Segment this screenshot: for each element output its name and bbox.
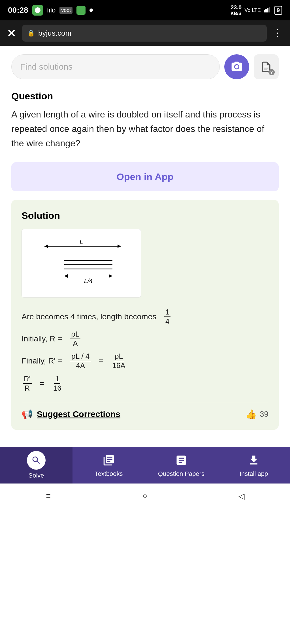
app-icon-green — [76, 6, 86, 15]
question-section: Question A given length of a wire is dou… — [11, 91, 279, 151]
install-icon — [248, 454, 260, 467]
lock-icon: 🔒 — [27, 29, 35, 37]
wire-diagram-svg: L L/4 — [33, 238, 129, 289]
system-back-button[interactable]: ◁ — [233, 487, 250, 504]
wire-diagram: L L/4 — [22, 229, 141, 298]
help-button[interactable]: ? — [254, 54, 279, 79]
camera-icon — [231, 61, 243, 73]
network-speed: 23.0 KB/S — [231, 4, 242, 16]
url-text: byjus.com — [38, 29, 71, 38]
svg-text:L: L — [80, 238, 83, 245]
battery-icon: 9 — [274, 6, 282, 15]
nav-label-install-app: Install app — [240, 470, 268, 478]
system-menu-button[interactable]: ≡ — [40, 487, 57, 504]
fraction-rho-l-16a: ρL 16A — [111, 352, 126, 370]
svg-marker-7 — [118, 245, 121, 248]
svg-rect-2 — [265, 9, 267, 12]
camera-search-button[interactable] — [224, 54, 249, 79]
question-label: Question — [11, 91, 279, 102]
address-bar[interactable]: 🔒 byjus.com — [22, 25, 267, 42]
fraction-1-16: 1 16 — [52, 375, 63, 393]
solution-line-final-r: Finally, R' = ρL / 4 4A = ρL 16A — [22, 352, 268, 370]
status-bar: 00:28 filo voot 23.0 KB/S Vo LTE 9 — [0, 0, 290, 20]
svg-marker-13 — [64, 274, 68, 278]
nav-label-solve: Solve — [28, 472, 44, 479]
system-navigation: ≡ ○ ◁ — [0, 483, 290, 508]
status-time: 00:28 — [8, 6, 28, 15]
suggest-left: 📢 Suggest Corrections — [22, 409, 120, 420]
textbook-icon — [103, 454, 115, 467]
nav-item-install-app[interactable]: Install app — [218, 447, 290, 483]
solution-box: Solution L L/4 — [11, 200, 279, 430]
svg-rect-1 — [264, 10, 265, 12]
fraction-rho-l4-4a: ρL / 4 4A — [70, 352, 91, 370]
open-in-app-button[interactable]: Open in App — [11, 162, 279, 191]
app-name: filo — [47, 6, 56, 14]
svg-rect-4 — [269, 7, 270, 12]
question-papers-icon-wrap — [174, 453, 189, 468]
search-container: Find solutions ? — [11, 54, 279, 79]
svg-point-0 — [35, 7, 40, 13]
solution-line-initial-r: Initially, R = ρL A — [22, 330, 268, 348]
papers-icon — [175, 454, 187, 467]
svg-marker-6 — [44, 245, 48, 248]
browser-bar: ✕ 🔒 byjus.com ⋮ — [0, 20, 290, 46]
fraction-rprime-r: R' R — [23, 375, 32, 393]
solution-label: Solution — [22, 210, 268, 221]
network-type: Vo LTE — [244, 7, 261, 13]
status-left: 00:28 filo voot — [8, 5, 93, 16]
solution-line-1: Are becomes 4 times, length becomes 1 4 — [22, 308, 268, 326]
help-question-mark: ? — [268, 69, 275, 75]
app-tag: voot — [59, 7, 72, 14]
svg-text:L/4: L/4 — [84, 277, 93, 284]
like-count: 39 — [260, 410, 268, 419]
search-placeholder: Find solutions — [20, 62, 72, 72]
textbooks-icon-wrap — [101, 453, 116, 468]
solution-line-ratio: R' R = 1 16 — [22, 375, 268, 393]
open-in-app-label: Open in App — [117, 171, 174, 182]
suggest-corrections-button[interactable]: Suggest Corrections — [37, 409, 120, 419]
signal-bars-icon — [264, 6, 272, 14]
filo-icon — [32, 5, 43, 16]
thumbs-up-icon: 👍 — [246, 409, 257, 420]
notification-dot — [89, 8, 93, 12]
question-text: A given length of a wire is doubled on i… — [11, 107, 279, 151]
like-button[interactable]: 👍 39 — [246, 409, 268, 420]
close-tab-button[interactable]: ✕ — [7, 27, 16, 39]
nav-item-solve[interactable]: Solve — [0, 447, 72, 483]
search-box[interactable]: Find solutions — [11, 54, 220, 79]
svg-marker-14 — [109, 274, 112, 278]
solve-icon-circle — [27, 451, 46, 470]
fraction-rho-l-a: ρL A — [70, 330, 80, 348]
svg-rect-3 — [267, 8, 268, 12]
megaphone-icon: 📢 — [22, 409, 33, 420]
nav-label-question-papers: Question Papers — [158, 470, 204, 478]
suggest-corrections-row: 📢 Suggest Corrections 👍 39 — [22, 403, 268, 420]
status-right: 23.0 KB/S Vo LTE 9 — [231, 4, 282, 16]
main-content: Find solutions ? Question A given length… — [0, 46, 290, 447]
bottom-navigation: Solve Textbooks Question Papers Install … — [0, 447, 290, 483]
install-app-icon-wrap — [246, 453, 261, 468]
search-icon — [31, 455, 41, 465]
system-home-button[interactable]: ○ — [137, 487, 153, 504]
nav-item-textbooks[interactable]: Textbooks — [72, 447, 145, 483]
nav-item-question-papers[interactable]: Question Papers — [145, 447, 218, 483]
fraction-1-4: 1 4 — [164, 308, 170, 326]
browser-menu-button[interactable]: ⋮ — [272, 27, 283, 39]
nav-label-textbooks: Textbooks — [95, 470, 123, 478]
